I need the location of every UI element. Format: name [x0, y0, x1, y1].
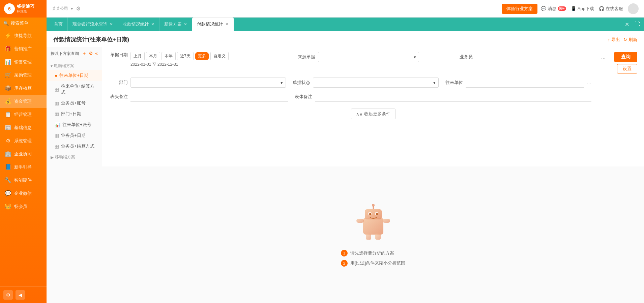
filter-area: 按以下方案查询 ＋ ⚙ « ▾ 电脑端方案 ● 往来单位+日期 ▦	[47, 47, 644, 303]
sidebar-bottom: ⚙ ◀	[0, 286, 47, 303]
counterpart-input[interactable]	[466, 78, 584, 88]
scheme-desktop-collapse-icon[interactable]: ▾	[51, 64, 53, 68]
trial-btn[interactable]: 体验行业方案	[502, 4, 537, 14]
sidebar-item-quick-nav[interactable]: ⚡ 快捷导航	[0, 29, 47, 42]
step-num-2: 2	[341, 260, 348, 267]
logo-icon: 6	[4, 3, 15, 14]
salesperson-input[interactable]	[475, 52, 598, 62]
voucher-status-select[interactable]: ▾	[313, 78, 439, 88]
tab-close-all-icon[interactable]: ✕	[623, 20, 631, 29]
counterpart-dots[interactable]: ...	[587, 80, 591, 86]
purchase-icon: 🛒	[5, 72, 11, 78]
main-area: 某某公司 ▾ ⚙ 体验行业方案 💬 消息 99+ 📱 App下载 🎧 在线客服	[47, 0, 644, 303]
scheme-add-icon[interactable]: ＋	[82, 51, 87, 57]
tab-bar-actions: ✕ ⛶	[623, 20, 641, 29]
logo-sub: 标准版	[17, 9, 34, 14]
svg-rect-7	[383, 219, 390, 223]
sidebar-collapse-button[interactable]: ◀	[16, 290, 25, 300]
scheme-item-unit-date[interactable]: ● 往来单位+日期	[47, 70, 102, 81]
scheme-table-icon-1: ▦	[55, 87, 59, 92]
tab-payment-stats-close[interactable]: ✕	[225, 22, 229, 27]
sidebar-item-finance[interactable]: 💰 资金管理	[0, 95, 47, 108]
breadcrumb-dropdown-icon[interactable]: ▾	[71, 6, 73, 11]
sidebar-item-inventory[interactable]: 📦 库存核算	[0, 82, 47, 95]
scheme-collapse-icon[interactable]: «	[95, 51, 98, 57]
collapse-conditions-btn[interactable]: ∧∧ 收起更多条件	[351, 109, 396, 119]
dept-select[interactable]: ▾	[130, 78, 286, 88]
scheme-item-unit-account[interactable]: 📊 往来单位+账号	[47, 119, 102, 130]
sidebar-item-basic-info[interactable]: 📰 基础信息	[0, 121, 47, 134]
sidebar-item-member[interactable]: 👑 畅会员	[0, 200, 47, 213]
content-wrapper: 付款情况统计(往来单位+日期) ↑ 导出 ↻ 刷新 按以下方案查询 ＋	[47, 31, 644, 303]
page-header-actions: ↑ 导出 ↻ 刷新	[608, 37, 638, 43]
sidebar-item-system[interactable]: ⚙ 系统管理	[0, 134, 47, 147]
date-btn-last-7days[interactable]: 近7天	[177, 52, 194, 60]
quick-nav-icon: ⚡	[5, 32, 11, 39]
date-btn-last-month[interactable]: 上月	[130, 52, 145, 60]
svg-point-5	[376, 213, 378, 215]
tab-new-scheme[interactable]: 新建方案 ✕	[159, 18, 192, 31]
query-button[interactable]: 查询	[614, 52, 637, 62]
export-btn[interactable]: ↑ 导出	[608, 37, 620, 43]
svg-rect-9	[375, 234, 381, 240]
sidebar-nav: ⚡ 快捷导航 🎁 营销推广 📊 销售管理 🛒 采购管理 📦 库存核算 💰 资金管…	[0, 29, 47, 286]
basic-info-icon: 📰	[5, 124, 11, 131]
tab-income-stats[interactable]: 收款情况统计 ✕	[118, 18, 159, 31]
svg-rect-8	[366, 234, 371, 240]
table-header-note-input[interactable]	[130, 92, 288, 102]
dept-dropdown-icon: ▾	[281, 80, 283, 85]
sidebar-settings-button[interactable]: ⚙	[3, 290, 13, 300]
tab-new-scheme-close[interactable]: ✕	[184, 22, 187, 27]
header-left: 某某公司 ▾ ⚙	[52, 5, 498, 12]
salesperson-dots[interactable]: ...	[601, 54, 606, 60]
filter-right: 单据日期 上月 本月 本年 近7天 更多 自定义 20	[102, 47, 644, 166]
header-actions: 💬 消息 99+ 📱 App下载 🎧 在线客服	[541, 3, 639, 14]
messages-btn[interactable]: 💬 消息 99+	[541, 6, 566, 12]
search-menu[interactable]: 🔍 搜索菜单	[0, 18, 47, 29]
scheme-mobile-expand-icon: ▶	[51, 155, 54, 160]
sidebar-item-hardware[interactable]: 🔧 智能硬件	[0, 174, 47, 187]
date-btn-more[interactable]: 更多	[195, 52, 209, 60]
sidebar-item-purchase[interactable]: 🛒 采购管理	[0, 68, 47, 82]
sidebar-item-wechat[interactable]: 💬 企业微信	[0, 187, 47, 200]
scheme-table-icon-2: ▦	[55, 100, 59, 106]
sidebar-item-sales[interactable]: 📊 销售管理	[0, 55, 47, 68]
sidebar-item-operations[interactable]: 📋 经营管理	[0, 108, 47, 121]
scheme-item-staff-date[interactable]: ▦ 业务员+日期	[47, 130, 102, 141]
filter-action-buttons: 查询 设置	[614, 52, 637, 73]
sidebar-item-enterprise[interactable]: 🏢 企业协同	[0, 147, 47, 160]
export-icon: ↑	[608, 37, 610, 42]
scheme-panel-actions: ＋ ⚙ «	[82, 51, 98, 57]
settings-button[interactable]: 设置	[617, 64, 637, 73]
scheme-panel: 按以下方案查询 ＋ ⚙ « ▾ 电脑端方案 ● 往来单位+日期 ▦	[47, 47, 102, 303]
source-select[interactable]: ▾	[318, 52, 419, 62]
app-download-btn[interactable]: 📱 App下载	[571, 6, 594, 12]
tab-maximize-icon[interactable]: ⛶	[633, 20, 641, 29]
sidebar: 6 畅捷通巧 标准版 🔍 搜索菜单 ⚡ 快捷导航 🎁 营销推广 📊 销售管理 🛒…	[0, 0, 47, 303]
messages-icon: 💬	[541, 6, 546, 11]
tab-income-stats-close[interactable]: ✕	[151, 22, 154, 27]
scheme-settings-icon[interactable]: ⚙	[89, 51, 93, 57]
date-btn-this-month[interactable]: 本月	[146, 52, 160, 60]
tab-bank-flow[interactable]: 现金银行流水查询 ✕	[68, 18, 118, 31]
scheme-mobile-group[interactable]: ▶ 移动端方案	[47, 152, 102, 161]
table-body-note-input[interactable]	[315, 92, 591, 102]
tab-payment-stats[interactable]: 付款情况统计 ✕	[192, 18, 234, 31]
scheme-item-staff-account[interactable]: ▦ 业务员+账号	[47, 98, 102, 109]
voucher-status-label: 单据状态	[291, 80, 310, 86]
tab-home[interactable]: 首页	[49, 18, 68, 31]
scheme-item-unit-settle[interactable]: ▦ 往来单位+结算方式	[47, 81, 102, 98]
date-btn-custom[interactable]: 自定义	[210, 52, 229, 60]
sales-icon: 📊	[5, 59, 11, 65]
settings-gear-icon[interactable]: ⚙	[76, 5, 81, 12]
tab-bank-flow-close[interactable]: ✕	[110, 22, 113, 27]
scheme-item-staff-settle[interactable]: ▦ 业务员+结算方式	[47, 141, 102, 152]
dept-label: 部门	[109, 80, 128, 86]
scheme-item-dept-date[interactable]: ▦ 部门+日期	[47, 109, 102, 119]
customer-service-btn[interactable]: 🎧 在线客服	[599, 6, 623, 12]
sidebar-item-marketing[interactable]: 🎁 营销推广	[0, 42, 47, 55]
refresh-btn[interactable]: ↻ 刷新	[623, 37, 637, 43]
user-avatar[interactable]	[628, 3, 639, 14]
sidebar-item-guide[interactable]: 📘 新手引导	[0, 160, 47, 174]
date-btn-this-year[interactable]: 本年	[162, 52, 176, 60]
